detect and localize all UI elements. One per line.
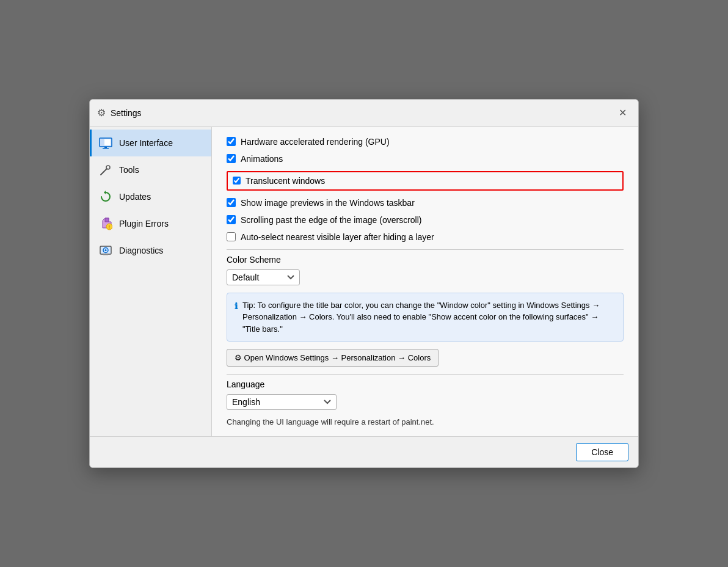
image-previews-row: Show image previews in the Windows taskb… — [227, 198, 624, 208]
language-label: Language — [227, 379, 624, 389]
tip-box: ℹ Tip: To configure the title bar color,… — [227, 293, 624, 342]
overscroll-checkbox[interactable] — [227, 215, 236, 224]
hw-rendering-label[interactable]: Hardware accelerated rendering (GPU) — [241, 137, 390, 147]
plugin-errors-icon: ! — [98, 216, 113, 231]
color-scheme-dropdown-row: Default Light Dark — [227, 269, 624, 285]
color-scheme-select[interactable]: Default Light Dark — [227, 269, 300, 285]
updates-icon — [98, 189, 113, 204]
animations-label[interactable]: Animations — [241, 154, 283, 164]
svg-marker-6 — [105, 218, 109, 222]
settings-dialog: ⚙ Settings ✕ User Interface — [89, 99, 639, 469]
translucent-windows-label[interactable]: Translucent windows — [246, 176, 325, 186]
info-icon: ℹ — [235, 300, 238, 335]
tools-icon — [98, 163, 113, 177]
dialog-title: Settings — [111, 108, 142, 118]
sidebar-item-user-interface[interactable]: User Interface — [90, 130, 211, 156]
sidebar-label-user-interface: User Interface — [119, 138, 173, 148]
divider-language — [227, 374, 624, 375]
svg-text:!: ! — [109, 225, 110, 229]
svg-point-11 — [105, 249, 107, 251]
gear-icon: ⚙ — [97, 107, 106, 119]
image-previews-checkbox[interactable] — [227, 198, 236, 207]
sidebar-item-diagnostics[interactable]: Diagnostics — [90, 237, 211, 264]
svg-rect-3 — [104, 147, 107, 148]
title-bar: ⚙ Settings ✕ — [90, 100, 638, 127]
diagnostics-icon — [98, 243, 113, 258]
hw-rendering-row: Hardware accelerated rendering (GPU) — [227, 137, 624, 147]
dialog-body: User Interface Tools — [90, 127, 638, 437]
auto-select-checkbox[interactable] — [227, 232, 236, 241]
sidebar-item-plugin-errors[interactable]: ! Plugin Errors — [90, 210, 211, 237]
tip-text: Tip: To configure the title bar color, y… — [242, 299, 616, 335]
animations-checkbox[interactable] — [227, 154, 236, 163]
animations-row: Animations — [227, 154, 624, 164]
restart-notice: Changing the UI language will require a … — [227, 417, 624, 426]
close-dialog-button[interactable]: Close — [576, 443, 628, 461]
sidebar-item-updates[interactable]: Updates — [90, 183, 211, 210]
translucent-windows-checkbox[interactable] — [233, 177, 241, 185]
user-interface-icon — [98, 136, 113, 150]
divider-color-scheme — [227, 249, 624, 250]
svg-rect-4 — [103, 148, 109, 149]
sidebar-label-tools: Tools — [119, 165, 139, 175]
svg-point-5 — [106, 166, 110, 169]
language-select[interactable]: English French German Spanish Japanese C… — [227, 394, 337, 410]
svg-rect-12 — [103, 254, 108, 255]
sidebar-label-plugin-errors: Plugin Errors — [119, 219, 169, 229]
language-dropdown-row: English French German Spanish Japanese C… — [227, 394, 624, 410]
svg-rect-2 — [101, 139, 104, 145]
open-windows-settings-button[interactable]: ⚙ Open Windows Settings → Personalizatio… — [227, 349, 439, 367]
window-close-button[interactable]: ✕ — [614, 104, 631, 122]
hw-rendering-checkbox[interactable] — [227, 137, 236, 146]
sidebar-label-updates: Updates — [119, 192, 151, 202]
auto-select-row: Auto-select nearest visible layer after … — [227, 232, 624, 242]
dialog-footer: Close — [90, 436, 638, 467]
sidebar-label-diagnostics: Diagnostics — [119, 246, 163, 255]
sidebar-item-tools[interactable]: Tools — [90, 156, 211, 183]
overscroll-label[interactable]: Scrolling past the edge of the image (ov… — [241, 215, 421, 225]
color-scheme-label: Color Scheme — [227, 255, 624, 265]
translucent-windows-row: Translucent windows — [227, 171, 624, 191]
main-content: Hardware accelerated rendering (GPU) Ani… — [212, 127, 638, 437]
sidebar: User Interface Tools — [90, 127, 212, 437]
image-previews-label[interactable]: Show image previews in the Windows taskb… — [241, 198, 415, 208]
title-bar-left: ⚙ Settings — [97, 107, 142, 119]
auto-select-label[interactable]: Auto-select nearest visible layer after … — [241, 232, 434, 242]
overscroll-row: Scrolling past the edge of the image (ov… — [227, 215, 624, 225]
